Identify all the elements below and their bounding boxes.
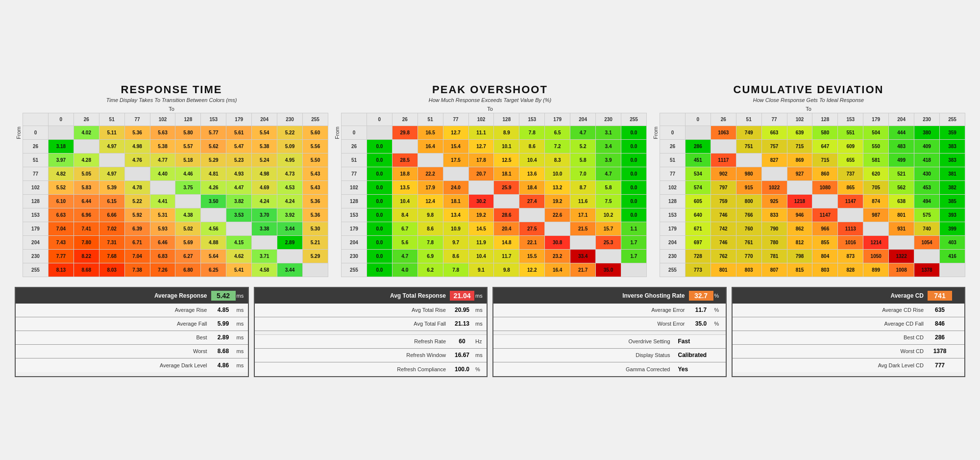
cd-from-label: From — [652, 127, 660, 139]
table-cell: 798 — [787, 249, 812, 263]
stats-row-unit: ms — [236, 348, 248, 354]
table-cell: 899 — [863, 263, 889, 277]
table-cell: 22.2 — [417, 167, 443, 180]
table-cell: 4.02 — [74, 126, 99, 139]
stats-row: Worst8.68ms — [16, 345, 248, 358]
stats-row: Avg Total Fall21.13ms — [255, 317, 487, 331]
table-cell: 0.0 — [621, 208, 646, 222]
table-cell: 7.5 — [596, 194, 621, 208]
table-cell: 14.8 — [494, 235, 519, 249]
table-cell: 16.5 — [417, 126, 443, 139]
table-cell: 0.0 — [367, 249, 392, 263]
stats-spacer — [255, 331, 487, 335]
table-cell: 12.4 — [417, 194, 443, 208]
table-cell: 11.1 — [468, 126, 494, 139]
table-cell: 902 — [710, 167, 736, 180]
table-cell: 833 — [761, 208, 787, 222]
table-cell: 0.0 — [367, 167, 392, 180]
table-cell: 4.0 — [392, 263, 417, 277]
table-cell: 1022 — [761, 180, 787, 194]
table-cell: 575 — [914, 208, 940, 222]
table-cell: 17.1 — [570, 208, 596, 222]
stats-row-value: Calibrated — [674, 352, 713, 358]
cd-avg-value: 741 — [928, 291, 952, 301]
table-cell: 444 — [889, 126, 914, 139]
table-cell: 0.0 — [621, 153, 646, 167]
table-cell: 873 — [838, 249, 863, 263]
table-cell: 1378 — [914, 263, 940, 277]
table-cell: 5.24 — [252, 153, 277, 167]
main-container: RESPONSE TIME Time Display Takes To Tran… — [10, 78, 970, 382]
stats-row-label: Average Rise — [16, 307, 211, 313]
stats-row-value: 777 — [928, 361, 952, 370]
table-cell: 6.66 — [99, 208, 124, 222]
table-cell: 3.82 — [226, 194, 252, 208]
table-cell: 0.0 — [367, 139, 392, 153]
table-cell: 1214 — [863, 235, 889, 249]
table-cell: 7.38 — [124, 263, 150, 277]
ig-stats-rows: Average Error11.7%Worst Error35.0%Overdr… — [493, 304, 726, 376]
table-cell: 1.1 — [621, 222, 646, 235]
table-cell: 15.4 — [443, 139, 468, 153]
table-cell: 4.78 — [124, 180, 150, 194]
table-cell: 5.41 — [226, 263, 252, 277]
table-cell: 10.4 — [519, 153, 545, 167]
table-cell: 4.28 — [74, 153, 99, 167]
table-cell: 5.22 — [124, 194, 150, 208]
rt-stats-panel: Average Response 5.42 ms Average Rise4.8… — [15, 287, 249, 377]
table-cell — [889, 235, 914, 249]
stats-row-label: Refresh Compliance — [255, 366, 450, 372]
table-cell: 416 — [939, 249, 965, 263]
table-cell: 380 — [914, 126, 940, 139]
stats-row: Display StatusCalibrated — [493, 349, 726, 362]
table-cell: 28.5 — [392, 153, 417, 167]
table-cell: 574 — [685, 180, 710, 194]
ig-avg-value: 32.7 — [689, 291, 713, 301]
table-cell: 0.0 — [367, 153, 392, 167]
table-cell: 862 — [787, 222, 812, 235]
table-cell: 5.43 — [302, 167, 328, 180]
table-cell: 7.0 — [570, 167, 596, 180]
table-cell: 5.52 — [48, 180, 74, 194]
table-cell — [48, 126, 74, 139]
table-cell: 0.0 — [367, 222, 392, 235]
table-cell: 3.97 — [48, 153, 74, 167]
table-cell: 5.39 — [99, 180, 124, 194]
table-cell: 418 — [914, 153, 940, 167]
top-section: RESPONSE TIME Time Display Takes To Tran… — [15, 83, 965, 277]
table-cell: 409 — [914, 139, 940, 153]
table-cell: 580 — [812, 126, 838, 139]
table-cell: 18.1 — [494, 167, 519, 180]
table-cell: 21.5 — [570, 222, 596, 235]
table-cell: 828 — [838, 263, 863, 277]
table-cell: 7.68 — [99, 249, 124, 263]
table-cell: 8.68 — [74, 263, 99, 277]
table-cell: 7.02 — [99, 222, 124, 235]
table-cell: 4.69 — [252, 180, 277, 194]
table-cell: 9.1 — [468, 263, 494, 277]
po-stats-rows: Avg Total Rise20.95msAvg Total Fall21.13… — [255, 304, 487, 376]
table-cell: 640 — [685, 208, 710, 222]
cd-title: CUMULATIVE DEVIATION — [652, 83, 965, 96]
cumulative-deviation-panel: CUMULATIVE DEVIATION How Close Response … — [652, 83, 965, 277]
table-cell: 746 — [710, 208, 736, 222]
table-cell — [621, 263, 646, 277]
table-cell: 6.96 — [74, 208, 99, 222]
table-cell: 5.2 — [570, 139, 596, 153]
table-cell: 7.31 — [99, 235, 124, 249]
stats-row: Average CD Fall846 — [733, 317, 965, 331]
table-cell: 6.44 — [74, 194, 99, 208]
stats-row-unit: ms — [236, 321, 248, 327]
table-cell: 609 — [838, 139, 863, 153]
table-cell: 1.7 — [621, 249, 646, 263]
rt-from-container: From — [15, 113, 23, 139]
table-cell: 4.47 — [226, 180, 252, 194]
table-cell: 4.93 — [226, 167, 252, 180]
table-cell: 30.8 — [545, 235, 570, 249]
table-cell: 12.5 — [494, 153, 519, 167]
table-cell: 925 — [761, 194, 787, 208]
table-cell: 4.98 — [124, 139, 150, 153]
table-cell: 4.97 — [99, 167, 124, 180]
table-cell — [736, 153, 761, 167]
stats-row-label: Average Fall — [16, 321, 211, 327]
